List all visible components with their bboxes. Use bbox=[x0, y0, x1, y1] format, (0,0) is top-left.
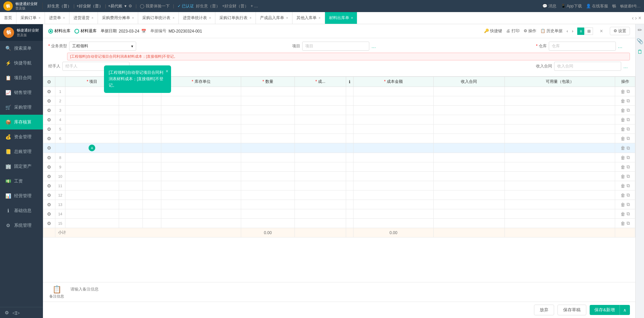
row-gear-icon[interactable]: ⚙ bbox=[47, 145, 51, 151]
sidebar-item-ledger[interactable]: 📒 总账管理 bbox=[0, 144, 43, 159]
quantity-cell[interactable] bbox=[241, 209, 295, 219]
nav-good-biz-2[interactable]: +好业财（普） bbox=[222, 3, 249, 9]
nav-settings[interactable]: ⚙ bbox=[128, 4, 132, 8]
available-qty-cell[interactable] bbox=[504, 200, 615, 209]
tab-other-inbound[interactable]: 其他入库单 × bbox=[292, 12, 325, 24]
nav-app-download[interactable]: 📱 App下载 bbox=[561, 3, 582, 9]
tab-purchase-exec[interactable]: 采购订单执行表 × bbox=[215, 12, 256, 24]
discard-button[interactable]: 放弃 bbox=[534, 305, 554, 315]
col2-cell[interactable] bbox=[119, 219, 143, 228]
row-delete-btn[interactable]: 🗑 bbox=[621, 174, 625, 179]
col3-cell[interactable] bbox=[143, 181, 161, 191]
income-contract-cell[interactable] bbox=[433, 115, 504, 124]
income-contract-cell[interactable] bbox=[433, 162, 504, 172]
available-qty-cell[interactable] bbox=[504, 96, 615, 106]
available-qty-cell[interactable] bbox=[504, 124, 615, 134]
row-delete-btn[interactable]: 🗑 bbox=[621, 136, 625, 141]
row-copy-btn[interactable]: ⧉ bbox=[627, 98, 630, 104]
row-delete-btn[interactable]: 🗑 bbox=[621, 202, 625, 207]
row-copy-btn[interactable]: ⧉ bbox=[627, 183, 630, 189]
stock-unit-cell[interactable] bbox=[161, 200, 241, 209]
row-gear-icon[interactable]: ⚙ bbox=[47, 164, 51, 170]
row-delete-btn[interactable]: 🗑 bbox=[621, 155, 625, 160]
shortcut-btn[interactable]: 🔑 快捷键 bbox=[484, 28, 502, 34]
row-gear-icon[interactable]: ⚙ bbox=[47, 202, 51, 207]
sidebar-item-system[interactable]: ⚙ 系统管理 bbox=[0, 218, 43, 233]
row-copy-btn[interactable]: ⧉ bbox=[627, 136, 630, 141]
row-copy-btn[interactable]: ⧉ bbox=[627, 220, 630, 226]
col2-cell[interactable] bbox=[119, 172, 143, 181]
project-cell[interactable] bbox=[65, 153, 119, 162]
project-cell[interactable] bbox=[65, 96, 119, 106]
col2-cell[interactable] bbox=[119, 115, 143, 124]
settings-button[interactable]: ⚙ 设置 bbox=[610, 27, 630, 35]
income-contract-cell[interactable] bbox=[433, 172, 504, 181]
project-input[interactable]: 项目 bbox=[302, 42, 369, 51]
right-panel-attach-icon[interactable]: 📎 bbox=[637, 37, 643, 46]
stock-unit-cell[interactable] bbox=[161, 172, 241, 181]
income-contract-cell[interactable] bbox=[433, 143, 504, 153]
quantity-cell[interactable] bbox=[241, 115, 295, 124]
row-delete-btn[interactable]: 🗑 bbox=[621, 108, 625, 113]
income-contract-cell[interactable] bbox=[433, 124, 504, 134]
col2-cell[interactable] bbox=[119, 209, 143, 219]
row-delete-btn[interactable]: 🗑 bbox=[621, 211, 625, 217]
cost-cell[interactable] bbox=[294, 172, 346, 181]
next-doc-btn[interactable]: › bbox=[572, 29, 573, 34]
row-copy-btn[interactable]: ⧉ bbox=[627, 145, 630, 151]
save-new-button[interactable]: 保存&新增 bbox=[590, 305, 620, 315]
tab-close-5[interactable]: × bbox=[172, 16, 174, 20]
quantity-cell[interactable] bbox=[241, 162, 295, 172]
available-qty-cell[interactable] bbox=[504, 87, 615, 96]
cost-cell[interactable] bbox=[294, 124, 346, 134]
row-delete-btn[interactable]: 🗑 bbox=[621, 117, 625, 122]
project-cell[interactable] bbox=[65, 162, 119, 172]
calendar-icon[interactable]: 📅 bbox=[141, 29, 146, 34]
quantity-cell[interactable] bbox=[241, 143, 295, 153]
view-grid-btn[interactable]: ⊞ bbox=[585, 28, 593, 35]
col2-cell[interactable] bbox=[119, 200, 143, 209]
row-delete-btn[interactable]: 🗑 bbox=[621, 145, 625, 151]
col3-cell[interactable] bbox=[143, 153, 161, 162]
project-cell[interactable] bbox=[65, 219, 119, 228]
col2-cell[interactable] bbox=[119, 143, 143, 153]
sidebar-item-inventory[interactable]: 📦 库存核算 bbox=[0, 115, 43, 129]
row-copy-btn[interactable]: ⧉ bbox=[627, 211, 630, 217]
right-panel-active-icon[interactable]: 🗒 bbox=[637, 48, 643, 56]
row-delete-btn[interactable]: 🗑 bbox=[621, 98, 625, 104]
cost-cell[interactable] bbox=[294, 115, 346, 124]
cost-amount-cell[interactable] bbox=[354, 181, 433, 191]
save-draft-button[interactable]: 保存草稿 bbox=[557, 305, 586, 315]
income-contract-cell[interactable] bbox=[433, 134, 504, 143]
row-delete-btn[interactable]: 🗑 bbox=[621, 183, 625, 189]
col2-cell[interactable] bbox=[119, 191, 143, 200]
sidebar-item-finance[interactable]: 💰 资金管理 bbox=[0, 129, 43, 144]
quantity-cell[interactable] bbox=[241, 191, 295, 200]
nav-dropdown[interactable]: ▾ bbox=[124, 4, 126, 8]
tab-close-all[interactable]: × bbox=[638, 15, 641, 21]
project-cell[interactable] bbox=[65, 172, 119, 181]
col3-cell[interactable] bbox=[143, 124, 161, 134]
nav-experience[interactable]: ◯ 我要体验一下 bbox=[140, 3, 169, 9]
cost-amount-cell[interactable] bbox=[354, 134, 433, 143]
row-gear-icon[interactable]: ⚙ bbox=[47, 136, 51, 141]
row-gear-icon[interactable]: ⚙ bbox=[47, 89, 51, 94]
add-row-button[interactable]: + bbox=[89, 145, 95, 151]
cost-cell[interactable] bbox=[294, 96, 346, 106]
col3-cell[interactable] bbox=[143, 162, 161, 172]
tab-home[interactable]: 首页 bbox=[0, 12, 16, 24]
row-gear-icon[interactable]: ⚙ bbox=[47, 117, 51, 122]
prev-doc-btn[interactable]: ‹ bbox=[567, 29, 568, 34]
row-copy-btn[interactable]: ⧉ bbox=[627, 173, 630, 179]
quantity-cell[interactable] bbox=[241, 96, 295, 106]
quantity-cell[interactable] bbox=[241, 153, 295, 162]
sidebar-item-operations[interactable]: 📊 经营管理 bbox=[0, 189, 43, 203]
quantity-cell[interactable] bbox=[241, 181, 295, 191]
history-btn[interactable]: 📋 历史单据 bbox=[540, 28, 562, 34]
quantity-cell[interactable] bbox=[241, 200, 295, 209]
project-cell[interactable] bbox=[65, 200, 119, 209]
cost-cell[interactable] bbox=[294, 143, 346, 153]
sidebar-item-nav[interactable]: ⚡ 快捷导航 bbox=[0, 56, 43, 70]
cost-cell[interactable] bbox=[294, 162, 346, 172]
row-copy-btn[interactable]: ⧉ bbox=[627, 202, 630, 207]
